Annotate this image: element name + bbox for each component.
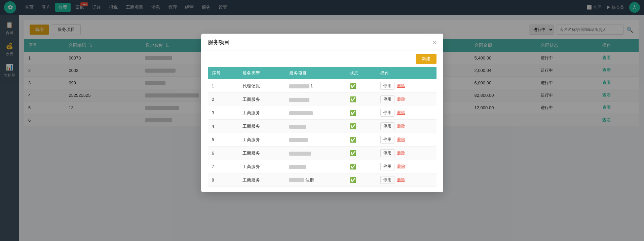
modal-cell-action: 停用 删除 (376, 120, 436, 133)
modal-cell-action: 停用 删除 (376, 133, 436, 147)
modal-col-item: 服务项目 (285, 67, 346, 79)
delete-button[interactable]: 删除 (397, 177, 405, 183)
stop-button[interactable]: 停用 (380, 163, 394, 170)
modal-close-button[interactable]: × (433, 40, 437, 46)
modal-table-row: 4 工商服务 ✅ 停用 删除 (208, 120, 437, 133)
modal-col-status: 状态 (346, 67, 376, 79)
modal-col-action: 操作 (376, 67, 436, 79)
stop-button[interactable]: 停用 (380, 109, 394, 117)
modal-cell-status: ✅ (346, 106, 376, 120)
delete-button[interactable]: 删除 (397, 83, 405, 89)
modal-cell-status: ✅ (346, 160, 376, 173)
modal-cell-seq: 7 (208, 160, 238, 173)
modal-cell-item: 注册 (285, 173, 346, 187)
modal-cell-seq: 5 (208, 133, 238, 147)
modal-cell-item (285, 106, 346, 120)
modal-cell-action: 停用 删除 (376, 93, 436, 106)
modal-cell-seq: 4 (208, 120, 238, 133)
modal-cell-seq: 8 (208, 173, 238, 187)
stop-button[interactable]: 停用 (380, 136, 394, 144)
modal-cell-seq: 2 (208, 93, 238, 106)
modal-cell-seq: 3 (208, 106, 238, 120)
modal-table-row: 1 代理记账 1 ✅ 停用 删除 (208, 79, 437, 93)
modal-table-row: 2 工商服务 ✅ 停用 删除 (208, 93, 437, 106)
delete-button[interactable]: 删除 (397, 150, 405, 156)
modal-table-row: 6 工商服务 ✅ 停用 删除 (208, 147, 437, 160)
modal-cell-status: ✅ (346, 120, 376, 133)
modal-cell-type: 工商服务 (238, 173, 285, 187)
modal-cell-status: ✅ (346, 93, 376, 106)
modal-overlay[interactable]: 服务项目 × 新建 序号 服务类型 服务项目 状态 操作 (0, 0, 644, 241)
modal-cell-action: 停用 删除 (376, 160, 436, 173)
stop-button[interactable]: 停用 (380, 176, 394, 184)
modal-cell-type: 工商服务 (238, 93, 285, 106)
modal-cell-seq: 6 (208, 147, 238, 160)
modal-cell-action: 停用 删除 (376, 106, 436, 120)
modal-table-row: 8 工商服务 注册 ✅ 停用 删除 (208, 173, 437, 187)
modal-cell-status: ✅ (346, 173, 376, 187)
modal-body: 序号 服务类型 服务项目 状态 操作 1 代理记账 1 ✅ 停用 (201, 67, 443, 192)
delete-button[interactable]: 删除 (397, 137, 405, 143)
modal-cell-action: 停用 删除 (376, 79, 436, 93)
service-items-table: 序号 服务类型 服务项目 状态 操作 1 代理记账 1 ✅ 停用 (208, 67, 437, 187)
modal-cell-type: 工商服务 (238, 106, 285, 120)
modal-cell-item (285, 120, 346, 133)
modal-toolbar: 新建 (201, 50, 443, 67)
modal-title: 服务项目 (208, 39, 229, 46)
modal-cell-seq: 1 (208, 79, 238, 93)
modal-table-row: 3 工商服务 ✅ 停用 删除 (208, 106, 437, 120)
modal-cell-type: 工商服务 (238, 120, 285, 133)
modal-table-row: 5 工商服务 ✅ 停用 删除 (208, 133, 437, 147)
modal-cell-type: 工商服务 (238, 133, 285, 147)
stop-button[interactable]: 停用 (380, 149, 394, 157)
modal-cell-status: ✅ (346, 147, 376, 160)
modal-cell-item (285, 160, 346, 173)
delete-button[interactable]: 删除 (397, 110, 405, 116)
modal-cell-item (285, 133, 346, 147)
modal-cell-type: 工商服务 (238, 160, 285, 173)
stop-button[interactable]: 停用 (380, 95, 394, 103)
modal-new-button[interactable]: 新建 (416, 54, 437, 64)
modal-cell-status: ✅ (346, 79, 376, 93)
service-modal: 服务项目 × 新建 序号 服务类型 服务项目 状态 操作 (201, 34, 443, 192)
stop-button[interactable]: 停用 (380, 122, 394, 130)
modal-cell-action: 停用 删除 (376, 173, 436, 187)
stop-button[interactable]: 停用 (380, 82, 394, 90)
modal-cell-action: 停用 删除 (376, 147, 436, 160)
modal-cell-item (285, 147, 346, 160)
modal-cell-type: 代理记账 (238, 79, 285, 93)
delete-button[interactable]: 删除 (397, 164, 405, 169)
modal-cell-item: 1 (285, 79, 346, 93)
delete-button[interactable]: 删除 (397, 96, 405, 102)
modal-cell-item (285, 93, 346, 106)
modal-col-seq: 序号 (208, 67, 238, 79)
modal-cell-status: ✅ (346, 133, 376, 147)
modal-col-type: 服务类型 (238, 67, 285, 79)
modal-header: 服务项目 × (201, 34, 443, 50)
modal-cell-type: 工商服务 (238, 147, 285, 160)
delete-button[interactable]: 删除 (397, 123, 405, 129)
modal-table-row: 7 工商服务 ✅ 停用 删除 (208, 160, 437, 173)
